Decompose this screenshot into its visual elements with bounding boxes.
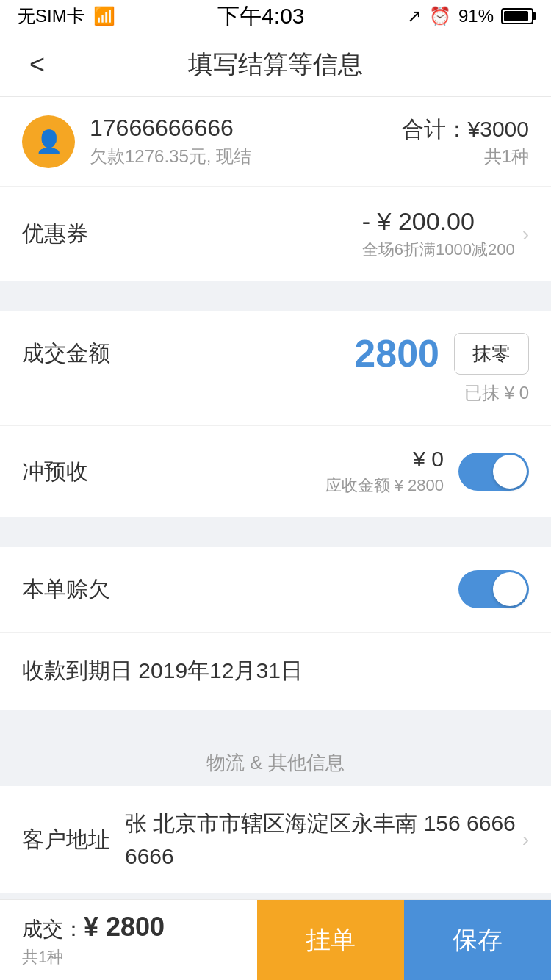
back-button[interactable]: < [22, 42, 52, 87]
charge-value-block: ¥ 0 应收金额 ¥ 2800 [325, 447, 444, 497]
status-bar: 无SIM卡 📶 下午4:03 ↗ ⏰ 91% [0, 0, 551, 32]
wifi-icon: 📶 [93, 6, 115, 26]
content: 👤 17666666666 欠款1276.35元, 现结 合计：¥3000 共1… [0, 97, 551, 980]
debt-row: 本单赊欠 [0, 547, 551, 632]
charge-value: ¥ 0 [325, 447, 444, 472]
logistics-text: 物流 & 其他信息 [192, 750, 359, 776]
debt-label: 本单赊欠 [22, 574, 110, 605]
bottom-summary-main: 成交：¥ 2800 [22, 912, 235, 943]
total-amount: 合计：¥3000 [402, 115, 529, 145]
charge-right: ¥ 0 应收金额 ¥ 2800 [325, 447, 529, 497]
customer-sub-text: 欠款1276.35元, 现结 [90, 145, 251, 168]
debt-toggle-knob [493, 572, 527, 606]
bottom-summary: 成交：¥ 2800 共1种 [0, 912, 257, 968]
charge-row: 冲预收 ¥ 0 应收金额 ¥ 2800 [0, 425, 551, 517]
status-right: ↗ ⏰ 91% [407, 6, 533, 26]
section-divider-2 [0, 532, 551, 547]
avatar: 👤 [22, 115, 75, 168]
carrier-text: 无SIM卡 [18, 4, 84, 28]
debt-section: 本单赊欠 收款到期日 2019年12月31日 [0, 547, 551, 710]
amount-right: 2800 抹零 [354, 331, 529, 375]
coupon-desc: 全场6折满1000减200 [362, 239, 515, 261]
amount-label: 成交金额 [22, 339, 110, 369]
customer-info: 17666666666 欠款1276.35元, 现结 [90, 115, 251, 168]
amount-row: 成交金额 2800 抹零 [22, 331, 529, 375]
page-title: 填写结算等信息 [188, 48, 363, 82]
address-row[interactable]: 客户地址 张 北京市市辖区海淀区永丰南 156 6666 6666 › [0, 786, 551, 893]
amount-section: 成交金额 2800 抹零 已抹 ¥ 0 冲预收 ¥ 0 应收金额 ¥ 2800 [0, 311, 551, 517]
section-divider-1 [0, 296, 551, 311]
amount-section-inner: 成交金额 2800 抹零 已抹 ¥ 0 [0, 311, 551, 425]
address-value: 张 北京市市辖区海淀区永丰南 156 6666 6666 [125, 807, 522, 873]
coupon-discount: - ¥ 200.00 [362, 207, 515, 236]
address-chevron-icon: › [522, 828, 529, 851]
coupon-label: 优惠券 [22, 219, 88, 249]
bottom-summary-label: 成交： [22, 918, 84, 940]
charge-label: 冲预收 [22, 457, 88, 487]
customer-row: 👤 17666666666 欠款1276.35元, 现结 合计：¥3000 共1… [0, 97, 551, 186]
charge-toggle[interactable] [458, 453, 529, 491]
avatar-icon: 👤 [35, 129, 62, 154]
amount-sub: 已抹 ¥ 0 [22, 381, 529, 405]
section-divider-3 [0, 724, 551, 739]
debt-toggle[interactable] [458, 570, 529, 608]
save-button[interactable]: 保存 [404, 900, 551, 981]
battery-icon [501, 8, 533, 24]
round-button[interactable]: 抹零 [454, 333, 529, 375]
coupon-right: - ¥ 200.00 全场6折满1000减200 › [362, 207, 529, 261]
customer-left: 👤 17666666666 欠款1276.35元, 现结 [22, 115, 251, 168]
amount-value: 2800 [354, 331, 439, 375]
alarm-icon: ⏰ [429, 6, 451, 26]
location-icon: ↗ [407, 6, 422, 26]
toggle-knob [493, 455, 527, 489]
bottom-bar: 成交：¥ 2800 共1种 挂单 保存 [0, 899, 551, 980]
charge-sub: 应收金额 ¥ 2800 [325, 475, 444, 497]
due-date-row: 收款到期日 2019年12月31日 [0, 632, 551, 710]
customer-section: 👤 17666666666 欠款1276.35元, 现结 合计：¥3000 共1… [0, 97, 551, 281]
status-left: 无SIM卡 📶 [18, 4, 115, 28]
address-section: 客户地址 张 北京市市辖区海淀区永丰南 156 6666 6666 › [0, 786, 551, 893]
nav-bar: < 填写结算等信息 [0, 32, 551, 97]
total-count: 共1种 [402, 145, 529, 168]
battery-percent: 91% [458, 6, 494, 26]
due-date-text: 收款到期日 2019年12月31日 [22, 658, 303, 682]
customer-right: 合计：¥3000 共1种 [402, 115, 529, 168]
customer-phone: 17666666666 [90, 115, 251, 142]
battery-fill [504, 11, 528, 21]
logistics-divider: 物流 & 其他信息 [0, 739, 551, 786]
bottom-summary-sub: 共1种 [22, 946, 235, 968]
address-label: 客户地址 [22, 825, 110, 855]
bottom-summary-amount: ¥ 2800 [84, 912, 165, 942]
status-time: 下午4:03 [217, 1, 304, 32]
coupon-chevron-icon: › [522, 223, 529, 246]
coupon-right-block: - ¥ 200.00 全场6折满1000减200 [362, 207, 515, 261]
coupon-row[interactable]: 优惠券 - ¥ 200.00 全场6折满1000减200 › [0, 186, 551, 281]
hold-button[interactable]: 挂单 [257, 900, 404, 981]
